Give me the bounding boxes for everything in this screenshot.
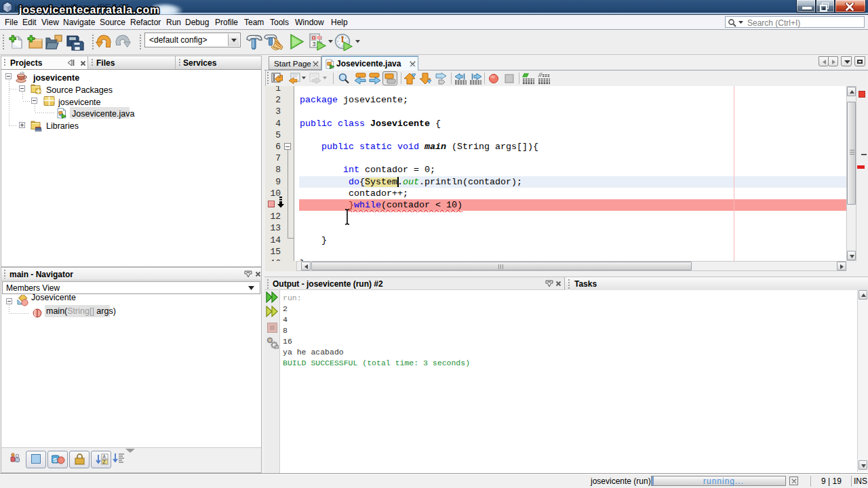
svg-text:josevicentecarratala.com: josevicentecarratala.com	[18, 4, 160, 16]
svg-text:A: A	[103, 454, 106, 459]
svg-text:3: 3	[313, 41, 316, 47]
svg-text:Z: Z	[103, 460, 106, 464]
svg-text:S: S	[53, 457, 57, 464]
